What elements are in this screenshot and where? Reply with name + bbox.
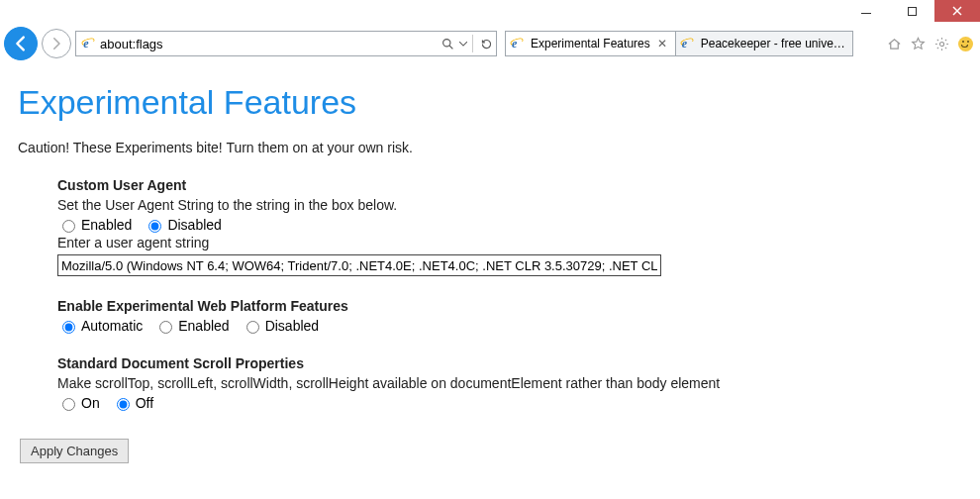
apply-changes-button[interactable]: Apply Changes (20, 439, 129, 463)
svg-point-2 (442, 39, 449, 46)
address-bar: e (75, 31, 497, 56)
tab-label: Experimental Features (531, 37, 650, 50)
feedback-smiley-icon[interactable] (956, 35, 974, 52)
ua-radio-group: Enabled Disabled (57, 217, 909, 233)
tab-experimental-features[interactable]: e Experimental Features ✕ (505, 31, 676, 56)
scroll-radio-off[interactable]: Off (112, 395, 153, 411)
ie-icon: e (682, 37, 696, 50)
command-bar (885, 35, 974, 52)
radio-label: On (81, 395, 100, 411)
ie-icon: e (512, 37, 526, 50)
site-favicon-ie-icon: e (76, 37, 96, 51)
user-agent-input[interactable] (57, 254, 661, 276)
maximize-button[interactable] (889, 0, 934, 22)
favorites-star-icon[interactable] (909, 35, 927, 52)
ua-prompt: Enter a user agent string (57, 235, 909, 250)
section-scroll-properties: Standard Document Scroll Properties Make… (57, 355, 909, 411)
refresh-icon[interactable] (476, 38, 496, 50)
section-heading: Custom User Agent (57, 177, 909, 193)
forward-button[interactable] (42, 29, 71, 58)
webplat-radio-enabled[interactable]: Enabled (154, 318, 229, 334)
tab-close-icon[interactable]: ✕ (655, 37, 669, 50)
tools-gear-icon[interactable] (932, 35, 950, 52)
section-web-platform: Enable Experimental Web Platform Feature… (57, 298, 909, 334)
search-icon[interactable] (438, 38, 457, 50)
navigation-toolbar: e e Experimental Features ✕ (0, 22, 980, 65)
caution-text: Caution! These Experiments bite! Turn th… (18, 140, 962, 155)
page-title: Experimental Features (18, 83, 962, 122)
window-caption-buttons (843, 0, 980, 22)
tab-peacekeeper[interactable]: e Peacekeeper - free universa... (675, 31, 853, 56)
tab-label: Peacekeeper - free universa... (701, 37, 846, 50)
home-icon[interactable] (885, 35, 903, 52)
back-button[interactable] (4, 27, 38, 60)
radio-label: Enabled (178, 318, 229, 334)
tab-strip: e Experimental Features ✕ e Peacekeeper … (505, 31, 853, 56)
section-desc: Make scrollTop, scrollLeft, scrollWidth,… (57, 375, 909, 391)
address-bar-buttons (438, 32, 496, 55)
svg-point-4 (939, 42, 943, 46)
webplat-radio-automatic[interactable]: Automatic (57, 318, 143, 334)
radio-label: Off (136, 395, 153, 411)
page-content: Experimental Features Caution! These Exp… (0, 65, 980, 473)
section-desc: Set the User Agent String to the string … (57, 197, 909, 213)
radio-label: Automatic (81, 318, 143, 334)
address-input[interactable] (96, 35, 438, 53)
ua-radio-disabled[interactable]: Disabled (144, 217, 221, 233)
radio-label: Disabled (167, 217, 221, 233)
webplat-radio-group: Automatic Enabled Disabled (57, 318, 909, 334)
ua-radio-enabled[interactable]: Enabled (57, 217, 132, 233)
dropdown-icon[interactable] (457, 42, 469, 47)
radio-label: Disabled (265, 318, 319, 334)
minimize-button[interactable] (843, 0, 889, 22)
radio-label: Enabled (81, 217, 132, 233)
svg-line-3 (449, 46, 452, 49)
section-custom-user-agent: Custom User Agent Set the User Agent Str… (57, 177, 909, 276)
scroll-radio-group: On Off (57, 395, 909, 411)
browser-window: e e Experimental Features ✕ (0, 0, 980, 499)
scroll-radio-on[interactable]: On (57, 395, 100, 411)
section-heading: Enable Experimental Web Platform Feature… (57, 298, 909, 314)
section-heading: Standard Document Scroll Properties (57, 355, 909, 371)
close-button[interactable] (934, 0, 980, 22)
webplat-radio-disabled[interactable]: Disabled (242, 318, 319, 334)
